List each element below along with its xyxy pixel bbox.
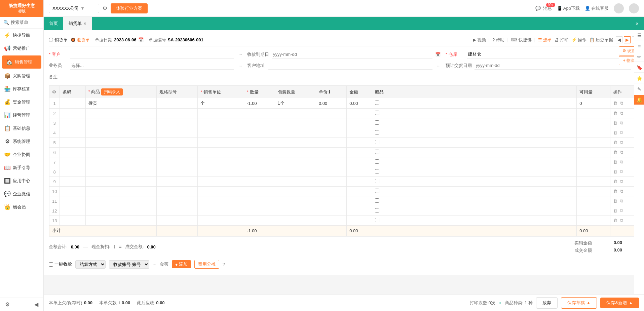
sidebar-collapse-icon[interactable]: ◀ [34, 301, 38, 308]
row-goods[interactable] [85, 138, 156, 148]
delete-icon[interactable]: 🗑 [613, 150, 617, 155]
help-btn[interactable]: ? 帮助 [492, 37, 504, 43]
row-goods[interactable] [85, 177, 156, 187]
row-gift[interactable] [372, 98, 398, 109]
user-avatar[interactable] [614, 3, 624, 13]
row-spec[interactable] [157, 177, 198, 187]
user-avatar2[interactable] [629, 3, 639, 13]
row-barcode[interactable] [60, 157, 85, 167]
copy-icon[interactable]: ⧉ [620, 101, 623, 106]
row-price[interactable] [316, 196, 346, 206]
row-pack-qty[interactable]: 1个 [275, 98, 316, 109]
copy-icon[interactable]: ⧉ [620, 120, 623, 125]
customer-input[interactable] [70, 50, 234, 59]
row-price[interactable] [316, 177, 346, 187]
row-pack-qty[interactable] [275, 157, 316, 167]
one-click-payment-checkbox[interactable]: 一键收款 [49, 261, 72, 267]
row-price[interactable] [316, 109, 346, 118]
float-btn-4[interactable]: 🔖 [634, 63, 644, 73]
shortcut-btn[interactable]: ⌨ 快捷键 [511, 37, 532, 43]
row-barcode[interactable] [60, 216, 85, 226]
trial-btn[interactable]: 体验行业方案 [111, 3, 148, 13]
sidebar-item-quicknav[interactable]: ⚡ 快捷导航 [0, 29, 43, 42]
row-amount[interactable] [347, 157, 372, 167]
return-order-radio[interactable]: 退货单 [71, 37, 90, 43]
sidebar-item-marketing[interactable]: 📢 营销推广 [0, 42, 43, 55]
row-gift[interactable] [372, 187, 398, 196]
row-barcode[interactable] [60, 109, 85, 118]
row-spec[interactable] [157, 206, 198, 216]
row-qty[interactable] [244, 118, 275, 128]
copy-icon[interactable]: ⧉ [620, 218, 623, 223]
row-qty[interactable] [244, 148, 275, 157]
row-pack-qty[interactable] [275, 118, 316, 128]
row-gift[interactable] [372, 138, 398, 148]
online-support-btn[interactable]: 👤 在线客服 [585, 5, 609, 11]
float-btn-7[interactable]: 🔔 [634, 95, 644, 105]
row-gift[interactable] [372, 167, 398, 177]
tab-salesorder[interactable]: 销货单 ✕ [63, 17, 92, 30]
row-pack-qty[interactable] [275, 148, 316, 157]
delete-icon[interactable]: 🗑 [613, 130, 617, 135]
row-gift[interactable] [372, 196, 398, 206]
row-goods[interactable] [85, 148, 156, 157]
row-price[interactable] [316, 206, 346, 216]
row-unit[interactable] [198, 128, 244, 138]
row-amount[interactable] [347, 177, 372, 187]
copy-icon[interactable]: ⧉ [620, 169, 623, 174]
row-unit[interactable] [198, 148, 244, 157]
row-amount[interactable]: 0.00 [347, 98, 372, 109]
row-qty[interactable] [244, 157, 275, 167]
row-barcode[interactable] [60, 167, 85, 177]
row-qty[interactable] [244, 177, 275, 187]
row-goods[interactable]: 拆贡 [85, 98, 156, 109]
row-spec[interactable] [157, 138, 198, 148]
row-goods[interactable] [85, 167, 156, 177]
row-gift[interactable] [372, 118, 398, 128]
row-amount[interactable] [347, 118, 372, 128]
row-qty[interactable] [244, 196, 275, 206]
sidebar-search[interactable]: 🔍 搜索菜单 [0, 17, 43, 29]
row-gift[interactable] [372, 206, 398, 216]
row-barcode[interactable] [60, 187, 85, 196]
row-qty[interactable] [244, 206, 275, 216]
customer-addr-input[interactable] [268, 62, 432, 70]
draft-btn[interactable]: 保存草稿 ▲ [561, 297, 597, 309]
sidebar-item-basics[interactable]: 📋 基础信息 [0, 122, 43, 135]
row-price[interactable] [316, 138, 346, 148]
row-gift[interactable] [372, 177, 398, 187]
delete-icon[interactable]: 🗑 [613, 218, 617, 223]
row-goods[interactable] [85, 206, 156, 216]
action-btn[interactable]: ⚡ 操作 [571, 37, 586, 43]
row-goods[interactable] [85, 187, 156, 196]
sidebar-item-appcenter[interactable]: 🔲 应用中心 [0, 174, 43, 187]
sidebar-item-system[interactable]: ⚙ 系统管理 [0, 135, 43, 148]
delete-icon[interactable]: 🗑 [613, 189, 617, 194]
row-pack-qty[interactable] [275, 196, 316, 206]
message-btn[interactable]: 💬 消息 99+ [535, 5, 552, 11]
row-spec[interactable] [157, 109, 198, 118]
sales-order-radio[interactable]: 销货单 [49, 37, 68, 43]
addr-dots[interactable]: ··· [437, 63, 441, 68]
row-pack-qty[interactable] [275, 109, 316, 118]
row-spec[interactable] [157, 196, 198, 206]
history-btn[interactable]: 📋 历史单据 [589, 37, 613, 43]
row-pack-qty[interactable] [275, 177, 316, 187]
delete-icon[interactable]: 🗑 [613, 111, 617, 116]
row-amount[interactable] [347, 187, 372, 196]
delete-icon[interactable]: 🗑 [613, 140, 617, 145]
sidebar-item-wechat[interactable]: 💬 企业微信 [0, 187, 43, 200]
copy-icon[interactable]: ⧉ [620, 189, 623, 194]
sidebar-item-management[interactable]: 📊 经营管理 [0, 109, 43, 122]
row-amount[interactable] [347, 109, 372, 118]
sidebar-settings-icon[interactable]: ⚙ [5, 301, 10, 308]
account-select[interactable]: 收款账号 账号 [109, 260, 149, 269]
row-qty[interactable] [244, 138, 275, 148]
row-unit[interactable] [198, 109, 244, 118]
sidebar-item-member[interactable]: 👑 畅会员 [0, 200, 43, 213]
row-price[interactable] [316, 157, 346, 167]
row-goods[interactable] [85, 216, 156, 226]
row-pack-qty[interactable] [275, 138, 316, 148]
row-pack-qty[interactable] [275, 187, 316, 196]
copy-icon[interactable]: ⧉ [620, 179, 623, 184]
